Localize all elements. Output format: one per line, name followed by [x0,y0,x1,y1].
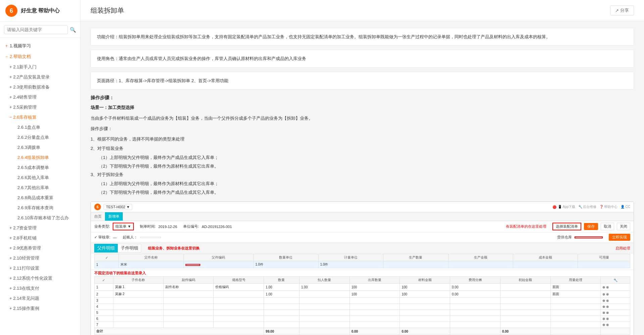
step-2: 2、对于组装业务 [91,145,634,152]
sidebar-item-261[interactable]: 2.6.1盘点单 [5,122,80,132]
sidebar-item-269[interactable]: 2.6.9库存账本查询 [5,203,80,213]
ops-heading: 操作步骤： [91,95,634,101]
mock-confirm-btn[interactable]: 立即实现 [609,234,630,241]
mock-td-cost-amt [513,261,578,268]
mock-warehouse-input[interactable] [575,236,603,238]
mock-cth-qty: 数量 [264,277,300,284]
mock-qty-input[interactable] [140,237,161,238]
mock-qty-right-label: 货供仓库 [557,235,572,240]
sidebar-item-263[interactable]: 2.6.3调拨单 [5,143,80,153]
sidebar-item-266[interactable]: 2.6.6其他入库单 [5,173,80,183]
sidebar-item-mobile[interactable]: + 2.8手机旺铺 [0,233,80,243]
mock-annotation-child: 不固定活动下的组装在这里录入 [94,271,146,276]
mock-th-prod-qty: 生产数量 [383,254,448,261]
mock-cth-out: 出库数量 [350,277,400,284]
mock-annotation-enabled: 启用处理 [615,246,630,251]
sidebar-item-267[interactable]: 2.6.7其他出库单 [5,183,80,193]
sidebar-item-help[interactable]: − 2.帮助文档 [0,51,80,62]
sidebar-item-cases[interactable]: + 2.15操作案例 [0,303,80,314]
sidebar-item-coupon[interactable]: + 2.9优惠券管理 [0,243,80,253]
mock-child-row-5: 5⊕ ⊗ [95,310,630,316]
step-2-2: （2）下部明细为子件明细，最终作为原材料生成其它出库单。 [99,162,634,170]
mock-cth-code: 副件编码 [163,277,214,284]
mock-qty-label: 起账人： [123,235,138,240]
search-button[interactable]: 🔍 [70,27,76,33]
mock-section-tabs-row: 父件明细 子件明细 组装业务、拆卸业务在这里切换 启用处理 [91,242,634,254]
mock-nav-tabs: 自页 新增单 [91,212,634,221]
mock-no-value: AD-20191226-001 [202,225,232,229]
mock-tab-home[interactable]: 自页 [91,212,105,221]
logo-icon: 6 [5,5,17,17]
sidebar-item-data[interactable]: + 2.3使用前数据准备 [0,82,80,92]
mock-tab-new[interactable]: 新增单 [105,212,123,221]
mock-type-label: 业务类型: [94,224,110,229]
mock-child-table-area: 不固定活动下的组装在这里录入 ✓ 子件名称 副件编码 规格型号 数量 扣人数量 [91,270,634,335]
mock-cth-ops: 🔧 [601,277,630,284]
mock-tab-parent[interactable]: 父件明细 [94,244,118,253]
mock-cancel-btn[interactable]: 取消 [601,223,614,230]
mock-parent-code-input[interactable] [185,264,200,266]
mock-cth-name: 子件名称 [113,277,163,284]
mock-parent-row-1: 1 米米 1.0件 1.0件 [95,261,630,268]
mock-td-qty-unit: 1.0件 [254,261,318,268]
mock-child-row-4: 4⊕ ⊗ [95,304,630,310]
sidebar-item-purchase[interactable]: + 2.5采购管理 [0,102,80,112]
sidebar-item-262[interactable]: 2.6.2分量盘点单 [5,132,80,143]
mock-select-btn[interactable]: 选择装配清单 [552,223,581,230]
sidebar: 6 好生意 帮助中心 🔍 + 1.视频学习 − 2.帮助文档 + 2.1新手入门… [0,0,80,335]
sidebar-item-video[interactable]: + 1.视频学习 [0,41,80,51]
sidebar-item-capital[interactable]: + 2.7资金管理 [0,223,80,233]
sidebar-item-newbie[interactable]: + 2.1新手入门 [0,62,80,72]
sidebar-item-operation[interactable]: + 2.10经营管理 [0,253,80,263]
step-1: 1、根据不同的业务，选择不同单据的类型来处理 [91,135,634,143]
main-area: 组装拆卸单 ↗ 分享 功能介绍：组装拆卸单用来处理企业组装或拆卸等加工业务，支持… [80,0,644,335]
scenario1-heading: 场景一：加工类型选择 [91,104,634,111]
mock-save-btn[interactable]: 保存 [584,223,598,230]
mock-toolbar: 业务类型: 组装单 ▼ 制单时间: 2019-12-26 单位编号: AD-20… [91,221,634,232]
sidebar-item-install[interactable]: + 2.2产品安装及登录 [0,72,80,82]
sidebar-item-print[interactable]: + 2.11打印设置 [0,263,80,273]
mock-company-select[interactable]: TEST-H002 ▼ [104,204,132,210]
mock-th-measure: 计量单位 [318,254,383,261]
mock-td-parent-code [183,261,254,268]
mock-child-row-2: 2 莫赫 2 1.00 100 100 0.00 面面 [95,291,630,298]
share-icon: ↗ [615,8,619,13]
search-input[interactable] [4,25,68,34]
mock-date-value: 2019-12-26 [158,225,177,229]
mock-alert-icon: 🔴 [552,205,556,209]
sidebar-item-2610[interactable]: 2.6.10库存账本错了怎么办 [5,213,80,223]
mock-cth-mat-amt: 材料金额 [400,277,450,284]
sidebar-item-payment[interactable]: + 2.13在线支付 [0,283,80,293]
mock-cth-fee: 费用分摊 [450,277,500,284]
mock-tab-child[interactable]: 子件明细 [118,244,141,253]
sidebar-item-inventory[interactable]: − 2.6库存核算 [0,112,80,122]
share-button[interactable]: ↗ 分享 [610,5,634,15]
sidebar-item-264[interactable]: 2.6.4组装拆卸单 [5,153,80,163]
sidebar-item-265[interactable]: 2.6.5成本调整单 [5,163,80,173]
sidebar-item-268[interactable]: 2.6.8商品成本重算 [5,193,80,203]
mock-child-row-7: 7⊕ ⊗ [95,322,630,328]
mock-td-parent-name: 米米 [119,261,183,268]
sidebar-item-faq[interactable]: + 2.14常见问题 [0,293,80,303]
mock-type-value-box[interactable]: 组装单 ▼ [113,223,134,230]
mock-td-row-num: 1 [95,261,119,268]
role-box: 使用角色：通常由生产人员或库管人员完成拆装业务的操作，库管人员确认原材料的出库和… [91,50,634,67]
nav-sub-help: + 2.1新手入门 + 2.2产品安装及登录 + 2.3使用前数据准备 + 2.… [0,62,80,314]
mock-child-row-1: 1 莫赫 1 副件名称 价格编码 1.00 1.00 100 100 0.00 [95,284,630,291]
mock-warehouse-label: ✓ 审核章: [94,235,110,240]
main-content: 功能介绍：组装拆卸单用来处理企业组装或拆卸等加工业务，支持有固定装配清单的产品加… [80,21,644,335]
sidebar-item-system[interactable]: + 2.12系统个性化设置 [0,273,80,283]
step-3: 3、对于拆卸业务 [91,171,634,178]
sidebar-item-sales[interactable]: + 2.4销售管理 [0,92,80,102]
mock-child-row-3: 3⊕ ⊗ [95,298,630,304]
path-box: 页面路径：1、库存核算->库存管理->组装拆卸单 2、首页->常用功能 [91,72,634,90]
step-3-1: （1）上部明细为父件明细，最终作为原材料生成其它出库单； [99,180,634,187]
page-title: 组装拆卸单 [91,6,124,15]
mock-logo: 6 [94,204,101,210]
mock-td-available [578,261,630,268]
mock-close-btn[interactable]: 关闭 [617,223,630,230]
mock-th-check: ✓ [95,254,119,261]
mock-th-parent-name: 父件名称 [119,254,183,261]
mock-cth-check: ✓ [95,277,113,284]
mock-child-annotation-row: 不固定活动下的组装在这里录入 [94,270,630,276]
